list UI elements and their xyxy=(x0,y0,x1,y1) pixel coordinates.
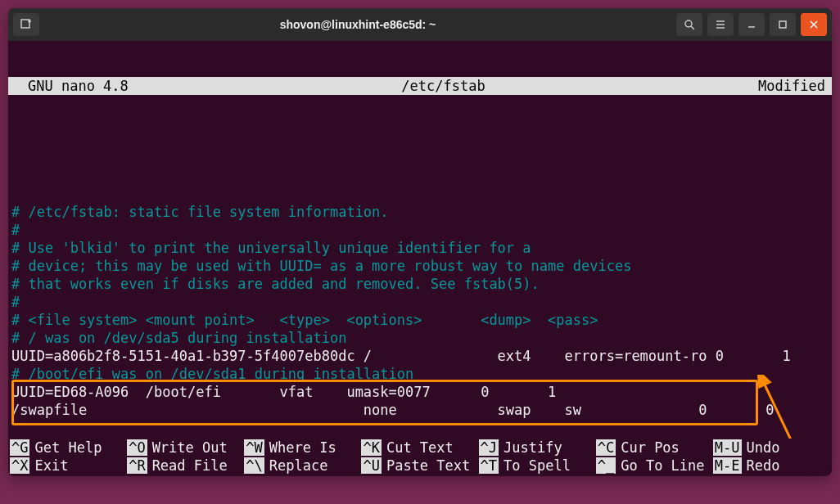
shortcut-cell: M-ERedo xyxy=(713,457,830,475)
shortcut-cell: ^TTo Spell xyxy=(479,457,596,475)
nano-header: GNU nano 4.8 /etc/fstab Modified xyxy=(8,77,832,95)
shortcut-label: Redo xyxy=(747,457,780,474)
shortcut-label: Cur Pos xyxy=(621,439,680,456)
svg-point-3 xyxy=(685,20,692,27)
shortcut-cell: ^\Replace xyxy=(244,457,361,475)
shortcut-key: ^T xyxy=(479,457,499,474)
shortcut-label: Paste Text xyxy=(386,457,470,474)
editor-line: /swapfile none swap sw 0 0 xyxy=(11,401,829,419)
shortcut-key: M-E xyxy=(713,457,742,474)
editor-area[interactable]: # /etc/fstab: static file system informa… xyxy=(8,149,832,439)
editor-line: # xyxy=(11,221,829,239)
shortcut-cell: ^XExit xyxy=(10,457,127,475)
shortcut-label: Exit xyxy=(34,457,68,474)
shortcut-cell: ^GGet Help xyxy=(10,439,127,457)
shortcut-cell: ^WWhere Is xyxy=(244,439,361,457)
new-tab-button[interactable] xyxy=(13,13,39,36)
shortcut-cell: ^CCur Pos xyxy=(596,439,713,457)
minimize-button[interactable] xyxy=(738,13,765,36)
shortcut-cell: ^RRead File xyxy=(127,457,244,475)
titlebar: shovon@linuxhint-e86c5d: ~ xyxy=(8,8,832,41)
shortcut-key: ^C xyxy=(596,439,616,456)
shortcut-key: ^_ xyxy=(596,457,616,474)
shortcut-key: ^G xyxy=(10,439,29,456)
shortcut-cell: M-UUndo xyxy=(713,439,830,457)
editor-line: # device; this may be used with UUID= as… xyxy=(11,257,829,275)
shortcut-label: Write Out xyxy=(152,439,228,456)
shortcut-cell: ^UPaste Text xyxy=(361,457,478,475)
close-button[interactable] xyxy=(801,13,827,36)
shortcut-label: Justify xyxy=(504,439,562,456)
menu-button[interactable] xyxy=(707,13,734,36)
shortcut-key: ^X xyxy=(10,457,29,474)
editor-line: UUID=ED68-A096 /boot/efi vfat umask=0077… xyxy=(11,383,829,401)
editor-line: # Use 'blkid' to print the universally u… xyxy=(11,239,829,257)
shortcut-label: Read File xyxy=(152,457,228,474)
shortcut-key: ^O xyxy=(127,439,147,456)
editor-line: # /etc/fstab: static file system informa… xyxy=(11,203,829,221)
shortcut-key: ^J xyxy=(479,439,499,456)
svg-line-4 xyxy=(691,26,694,29)
editor-line: # Btrfs RAID mount to /data xyxy=(11,437,829,439)
shortcut-label: Where Is xyxy=(269,439,336,456)
shortcut-key: ^K xyxy=(361,439,381,456)
editor-line: # <file system> <mount point> <type> <op… xyxy=(11,311,829,329)
editor-line: # xyxy=(11,293,829,311)
editor-line: # / was on /dev/sda5 during installation xyxy=(11,329,829,347)
shortcut-label: Go To Line xyxy=(621,457,704,474)
shortcut-key: ^\ xyxy=(244,457,264,474)
maximize-button[interactable] xyxy=(770,13,796,36)
search-button[interactable] xyxy=(676,13,702,36)
shortcut-key: ^W xyxy=(244,439,264,456)
nano-filename: /etc/fstab xyxy=(129,77,758,95)
shortcut-cell: ^KCut Text xyxy=(361,439,478,457)
shortcut-cell: ^_Go To Line xyxy=(596,457,713,475)
shortcut-label: Undo xyxy=(747,439,780,456)
shortcut-label: Get Help xyxy=(34,439,102,456)
shortcut-label: Replace xyxy=(269,457,328,474)
editor-line: # /boot/efi was on /dev/sda1 during inst… xyxy=(11,365,829,383)
svg-rect-9 xyxy=(779,21,786,28)
editor-line xyxy=(11,419,829,437)
window-title: shovon@linuxhint-e86c5d: ~ xyxy=(44,18,671,31)
shortcut-key: M-U xyxy=(713,439,742,456)
shortcut-cell: ^JJustify xyxy=(479,439,596,457)
shortcut-key: ^R xyxy=(127,457,147,474)
shortcut-label: Cut Text xyxy=(386,439,454,456)
shortcut-key: ^U xyxy=(361,457,381,474)
nano-shortcut-bar: ^GGet Help^OWrite Out^WWhere Is^KCut Tex… xyxy=(8,439,832,476)
shortcut-label: To Spell xyxy=(504,457,571,474)
nano-status: Modified xyxy=(758,77,829,95)
shortcut-cell: ^OWrite Out xyxy=(127,439,244,457)
editor-line: # that works even if disks are added and… xyxy=(11,275,829,293)
terminal-content[interactable]: GNU nano 4.8 /etc/fstab Modified # /etc/… xyxy=(8,41,832,439)
terminal-window: shovon@linuxhint-e86c5d: ~ GNU nano 4.8 … xyxy=(8,8,832,476)
editor-line: UUID=a806b2f8-5151-40a1-b397-5f4007eb80d… xyxy=(11,347,829,365)
nano-version: GNU nano 4.8 xyxy=(11,77,129,95)
